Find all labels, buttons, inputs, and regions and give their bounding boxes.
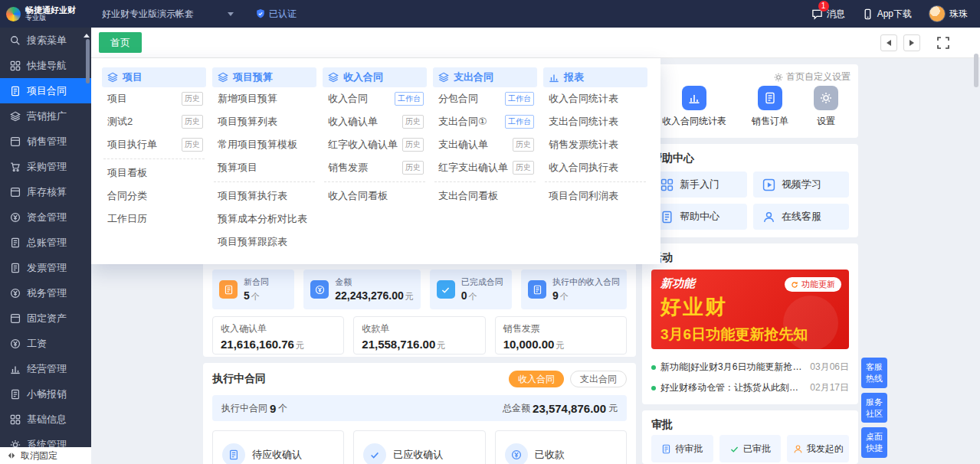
help-video-learning[interactable]: 视频学习 <box>753 172 849 198</box>
news-item[interactable]: 新功能|好业财3月6日功能更新抢先知 03月06日 <box>651 357 849 377</box>
help-online-service[interactable]: 在线客服 <box>753 204 849 230</box>
menu-item-income-confirm[interactable]: 收入确认单历史 <box>323 110 427 133</box>
menu-item-budget-project[interactable]: 预算项目 <box>212 156 316 179</box>
sales-invoice-card[interactable]: 销售发票 10,000.00元 <box>495 316 627 355</box>
menu-item-budget-cost-compare[interactable]: 预算成本分析对比表 <box>212 207 316 230</box>
quick-entry-income-contract-report[interactable]: 收入合同统计表 <box>662 86 726 128</box>
help-getting-started[interactable]: 新手入门 <box>651 172 747 198</box>
menu-item-sales-invoice[interactable]: 销售发票历史 <box>323 156 427 179</box>
menu-item-contract-category[interactable]: 合同分类 <box>102 185 206 207</box>
quick-entry-settings[interactable]: 设置 <box>814 86 838 128</box>
stat-executing-income-contracts[interactable]: 执行中的收入合同 9个 <box>521 270 627 309</box>
tab-home[interactable]: 首页 <box>99 32 142 53</box>
tab-scroll-right-button[interactable] <box>903 34 920 51</box>
sidebar-item-expense[interactable]: 小畅报销 <box>0 381 91 407</box>
stat-amount[interactable]: 金额 22,243,276.00元 <box>303 270 421 309</box>
menu-item-new-budget[interactable]: 新增项目预算 <box>212 87 316 110</box>
card-unit: 元 <box>296 341 304 350</box>
menu-item-income-contract-board[interactable]: 收入合同看板 <box>323 185 427 207</box>
sidebar-item-project-contract[interactable]: 项目合同 <box>0 78 91 103</box>
menu-item-income-contract-report[interactable]: 收入合同统计表 <box>543 87 647 110</box>
box-icon <box>10 313 21 324</box>
menu-item-sales-invoice-report[interactable]: 销售发票统计表 <box>543 133 647 156</box>
floating-shortcuts: 客服热线 服务社区 桌面快捷 <box>861 358 887 462</box>
menu-item-budget-template[interactable]: 常用项目预算模板 <box>212 133 316 156</box>
messages-button[interactable]: 消息 1 <box>811 8 845 21</box>
confirmed-receivable-card[interactable]: 已应收确认 <box>353 430 485 464</box>
unpin-sidebar-button[interactable]: 取消固定 <box>0 447 91 464</box>
menu-item-expense-confirm[interactable]: 支出确认单历史 <box>433 133 537 156</box>
menu-item-project-execution[interactable]: 项目执行单历史 <box>102 133 206 156</box>
promo-banner[interactable]: 新功能 功能更新 好业财 3月6日功能更新抢先知 <box>651 270 849 349</box>
menu-item-contract-profit-report[interactable]: 项目合同利润表 <box>543 185 647 207</box>
sidebar-item-quick-nav[interactable]: 快捷导航 <box>0 53 91 78</box>
sidebar-item-sales[interactable]: 销售管理 <box>0 129 91 154</box>
menu-item-work-calendar[interactable]: 工作日历 <box>102 207 206 230</box>
document-icon <box>764 92 776 104</box>
stat-new-contracts[interactable]: 新合同 5个 <box>212 270 294 309</box>
sidebar-item-operations[interactable]: 经营管理 <box>0 356 91 381</box>
received-payment-card[interactable]: 已收款 <box>495 430 627 464</box>
tab-scroll-left-button[interactable] <box>880 34 897 51</box>
page-scrollbar[interactable] <box>974 54 978 87</box>
menu-item-expense-contract-report[interactable]: 支出合同统计表 <box>543 110 647 133</box>
quick-entry-sales-order[interactable]: 销售订单 <box>752 86 788 128</box>
sidebar-item-search[interactable]: 搜索菜单 <box>0 28 91 53</box>
user-menu[interactable]: 珠珠 <box>929 5 968 22</box>
approval-tab-initiated[interactable]: 我发起的 <box>787 435 849 462</box>
sidebar-item-inventory[interactable]: 库存核算 <box>0 179 91 204</box>
menu-item-expense-contract-board[interactable]: 支出合同看板 <box>433 185 537 207</box>
top-bar: 畅捷通好业财 专业版 好业财专业版演示帐套 已认证 消息 1 App下载 <box>0 0 980 28</box>
pending-receivable-card[interactable]: 待应收确认 <box>212 430 344 464</box>
approval-tab-pending[interactable]: 待审批 <box>651 435 713 462</box>
sidebar-item-invoice[interactable]: 发票管理 <box>0 255 91 280</box>
sidebar-item-payroll[interactable]: 工资 <box>0 331 91 356</box>
expense-contract-toggle[interactable]: 支出合同 <box>570 371 627 387</box>
sidebar-item-purchase[interactable]: 采购管理 <box>0 154 91 179</box>
menu-item-project-board[interactable]: 项目看板 <box>102 162 206 185</box>
menu-item-income-execution-report[interactable]: 收入合同执行表 <box>543 156 647 179</box>
fullscreen-button[interactable] <box>937 37 949 49</box>
sidebar-item-tax[interactable]: 税务管理 <box>0 280 91 306</box>
history-tag: 历史 <box>182 115 203 129</box>
divider <box>324 181 425 182</box>
receipt-card[interactable]: 收款单 21,558,716.00元 <box>353 316 485 355</box>
sidebar-item-basic-info[interactable]: 基础信息 <box>0 407 91 432</box>
sidebar-item-funds[interactable]: 资金管理 <box>0 204 91 230</box>
stat-completed-contracts[interactable]: 已完成合同 0个 <box>430 270 512 309</box>
approval-tab-approved[interactable]: 已审批 <box>719 435 782 462</box>
menu-item-income-contract[interactable]: 收入合同工作台 <box>323 87 427 110</box>
desktop-shortcut-button[interactable]: 桌面快捷 <box>861 427 887 458</box>
app-download-button[interactable]: App下载 <box>862 8 912 21</box>
sidebar-item-fixed-assets[interactable]: 固定资产 <box>0 306 91 331</box>
help-help-center[interactable]: 帮助中心 <box>651 204 747 230</box>
gear-icon <box>774 73 783 82</box>
sidebar-item-general-ledger[interactable]: 总账管理 <box>0 230 91 255</box>
receivable-cards-row: 待应收确认 已应收确认 已收款 <box>212 430 627 464</box>
income-contract-toggle[interactable]: 收入合同 <box>509 371 564 387</box>
feature-update-button[interactable]: 功能更新 <box>785 277 841 292</box>
executing-contracts-panel: 执行中合同 收入合同 支出合同 执行中合同 9 个 总金额 23,574,876… <box>203 363 636 464</box>
home-customize-button[interactable]: 首页自定义设置 <box>774 70 851 83</box>
account-set-dropdown[interactable]: 好业财专业版演示帐套 <box>94 8 241 21</box>
service-hotline-button[interactable]: 客服热线 <box>861 358 887 388</box>
sidebar-scroll-up-icon[interactable] <box>84 31 90 38</box>
menu-item-budget-list[interactable]: 项目预算列表 <box>212 110 316 133</box>
menu-item-budget-tracking[interactable]: 项目预算跟踪表 <box>212 230 316 253</box>
sidebar-item-label: 库存核算 <box>27 185 67 199</box>
history-tag: 历史 <box>402 161 424 175</box>
income-confirmation-card[interactable]: 收入确认单 21,616,160.76元 <box>212 316 344 355</box>
menu-item-test2[interactable]: 测试2历史 <box>102 110 206 133</box>
menu-item-subcontract[interactable]: 分包合同工作台 <box>433 87 537 110</box>
menu-item-expense-contract[interactable]: 支出合同①工作台 <box>433 110 537 133</box>
mega-col-income-contract: 收入合同 收入合同工作台 收入确认单历史 红字收入确认单历史 销售发票历史 收入… <box>323 67 427 255</box>
news-item[interactable]: 好业财移动仓管：让拣货从此刻轻松 02月17日 <box>651 377 849 398</box>
project-contract-mega-menu: 项目 项目历史 测试2历史 项目执行单历史 项目看板 合同分类 工作日历 项目预… <box>91 58 660 264</box>
menu-item-red-income-confirm[interactable]: 红字收入确认单历史 <box>323 133 427 156</box>
menu-item-budget-execution-report[interactable]: 项目预算执行表 <box>212 185 316 207</box>
menu-item-project[interactable]: 项目历史 <box>102 87 206 110</box>
menu-item-red-expense-confirm[interactable]: 红字支出确认单历史 <box>433 156 537 179</box>
sidebar-scrollbar[interactable] <box>86 39 90 83</box>
service-community-button[interactable]: 服务社区 <box>861 393 887 423</box>
sidebar-item-marketing[interactable]: 营销推广 <box>0 103 91 129</box>
